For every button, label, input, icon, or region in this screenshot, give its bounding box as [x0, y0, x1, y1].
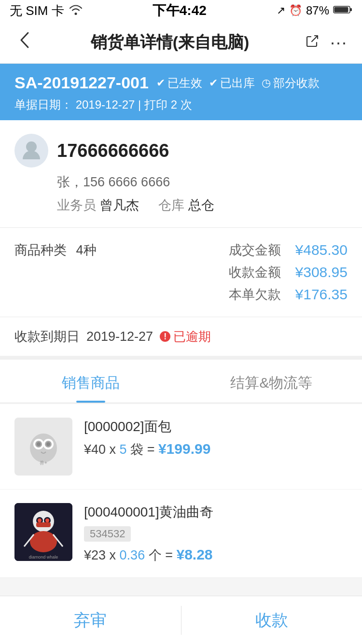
product-name-2: [000400001]黄油曲奇	[84, 503, 348, 521]
svg-point-5	[30, 434, 57, 462]
status-time: 下午4:42	[153, 1, 207, 20]
status-indicators: ↗ ⏰ 87%	[277, 4, 352, 17]
print-label: | 打印	[138, 98, 167, 111]
customer-name-phone: 张，156 6666 6666	[57, 173, 348, 191]
svg-point-18	[38, 518, 42, 522]
stats-right: 成交金额 ¥485.30 收款金额 ¥308.95 本单欠款 ¥176.35	[229, 241, 348, 303]
battery-icon	[333, 4, 352, 17]
badge-shipped: ✔ 已出库	[209, 75, 255, 91]
total-2: ¥8.28	[176, 546, 212, 562]
svg-point-14	[33, 511, 54, 532]
due-date: 2019-12-27	[86, 329, 153, 344]
svg-rect-1	[350, 8, 352, 11]
order-date: 2019-12-27	[76, 98, 135, 111]
amount-label: 成交金额	[229, 241, 281, 259]
svg-point-3	[26, 141, 37, 152]
clock-icon: ◷	[262, 77, 271, 89]
status-badges: ✔ 已生效 ✔ 已出库 ◷ 部分收款	[156, 75, 320, 91]
warehouse-label: 仓库	[158, 196, 184, 214]
customer-id: 17666666666	[57, 140, 169, 161]
overdue-icon: !	[160, 331, 170, 342]
product-thumbnail-1: 兽+	[14, 418, 72, 476]
tab-settlement[interactable]: 结算&物流等	[181, 360, 362, 403]
overdue-badge: ! 已逾期	[160, 328, 211, 345]
product-info-1: [0000002]面包 ¥40 x 5 袋 = ¥199.99	[84, 418, 348, 458]
print-suffix: 次	[181, 98, 192, 111]
header-banner: SA-20191227-001 ✔ 已生效 ✔ 已出库 ◷ 部分收款 单据日期：…	[0, 64, 362, 120]
bottom-bar: 弃审 收款	[0, 596, 362, 644]
unit-price-2: ¥23	[84, 548, 106, 562]
collect-button[interactable]: 收款	[181, 600, 362, 641]
order-id: SA-20191227-001	[14, 73, 149, 92]
svg-text:兽+: 兽+	[40, 460, 47, 465]
date-label: 单据日期：	[14, 98, 72, 111]
check-icon-1: ✔	[156, 77, 165, 89]
customer-meta: 业务员 曾凡杰 仓库 总仓	[57, 196, 348, 214]
tab-products[interactable]: 销售商品	[0, 360, 181, 403]
print-count: 2	[171, 98, 177, 111]
sales-rep-label: 业务员	[57, 196, 96, 214]
sales-rep-value: 曾凡杰	[100, 196, 139, 214]
product-price-1: ¥40 x 5 袋 = ¥199.99	[84, 441, 348, 458]
tab-settlement-label: 结算&物流等	[230, 375, 312, 391]
product-price-2: ¥23 x 0.36 个 = ¥8.28	[84, 546, 348, 564]
banner-date: 单据日期： 2019-12-27 | 打印 2 次	[14, 97, 348, 112]
wifi-icon	[69, 3, 83, 18]
due-section: 收款到期日 2019-12-27 ! 已逾期	[0, 317, 362, 360]
tab-products-label: 销售商品	[62, 375, 120, 391]
badge-effective: ✔ 已生效	[156, 75, 202, 91]
alarm-icon: ⏰	[289, 4, 302, 17]
battery-text: 87%	[306, 4, 329, 17]
share-icon[interactable]	[305, 33, 320, 52]
customer-main-row: 17666666666	[14, 134, 348, 168]
product-tag-2: 534532	[84, 526, 131, 542]
product-thumbnail-2: diamond whale	[14, 503, 72, 561]
stats-section: 商品种类 4种 成交金额 ¥485.30 收款金额 ¥308.95 本单欠款 ¥…	[0, 228, 362, 317]
location-icon: ↗	[277, 4, 285, 17]
badge-partial: ◷ 部分收款	[262, 75, 320, 91]
back-button[interactable]	[14, 26, 35, 58]
warehouse-value: 总仓	[188, 196, 214, 214]
amount-row: 成交金额 ¥485.30	[229, 241, 348, 259]
stats-left: 商品种类 4种	[14, 241, 97, 259]
svg-text:diamond whale: diamond whale	[29, 555, 58, 560]
svg-point-10	[37, 442, 41, 446]
nav-actions: ···	[305, 32, 348, 53]
page-title: 销货单详情(来自电脑)	[91, 31, 250, 54]
badge-shipped-label: 已出库	[220, 75, 255, 91]
customer-section: 17666666666 张，156 6666 6666 业务员 曾凡杰 仓库 总…	[0, 120, 362, 228]
badge-effective-label: 已生效	[167, 75, 202, 91]
qty-2: 0.36	[120, 548, 145, 562]
avatar	[14, 134, 48, 168]
type-count: 4种	[76, 243, 97, 257]
received-row: 收款金额 ¥308.95	[229, 264, 348, 281]
nav-bar: 销货单详情(来自电脑) ···	[0, 21, 362, 64]
svg-point-15	[30, 531, 57, 552]
check-icon-2: ✔	[209, 77, 218, 89]
svg-point-11	[46, 442, 50, 446]
type-label: 商品种类	[14, 243, 67, 257]
product-name-1: [0000002]面包	[84, 418, 348, 436]
amount-value: ¥485.30	[290, 242, 348, 258]
more-icon[interactable]: ···	[330, 32, 348, 53]
status-carrier: 无 SIM 卡	[10, 2, 83, 19]
badge-partial-label: 部分收款	[273, 75, 320, 91]
unit-price-1: ¥40	[84, 442, 106, 457]
due-label: 收款到期日	[14, 328, 80, 345]
svg-rect-2	[334, 7, 348, 13]
debt-value: ¥176.35	[290, 286, 348, 303]
qty-1: 5	[120, 442, 127, 457]
unit-2: 个	[149, 548, 162, 562]
unit-1: 袋	[130, 442, 143, 457]
svg-point-19	[45, 518, 49, 522]
status-bar: 无 SIM 卡 下午4:42 ↗ ⏰ 87%	[0, 0, 362, 21]
debt-label: 本单欠款	[229, 286, 281, 303]
svg-rect-20	[36, 522, 51, 527]
received-label: 收款金额	[229, 264, 281, 281]
product-info-2: [000400001]黄油曲奇 534532 ¥23 x 0.36 个 = ¥8…	[84, 503, 348, 564]
product-item-2: diamond whale [000400001]黄油曲奇 534532 ¥23…	[0, 490, 362, 578]
cancel-review-button[interactable]: 弃审	[0, 600, 181, 641]
product-item: 兽+ [0000002]面包 ¥40 x 5 袋 = ¥199.99	[0, 404, 362, 490]
received-value: ¥308.95	[290, 264, 348, 280]
overdue-label: 已逾期	[173, 328, 211, 345]
